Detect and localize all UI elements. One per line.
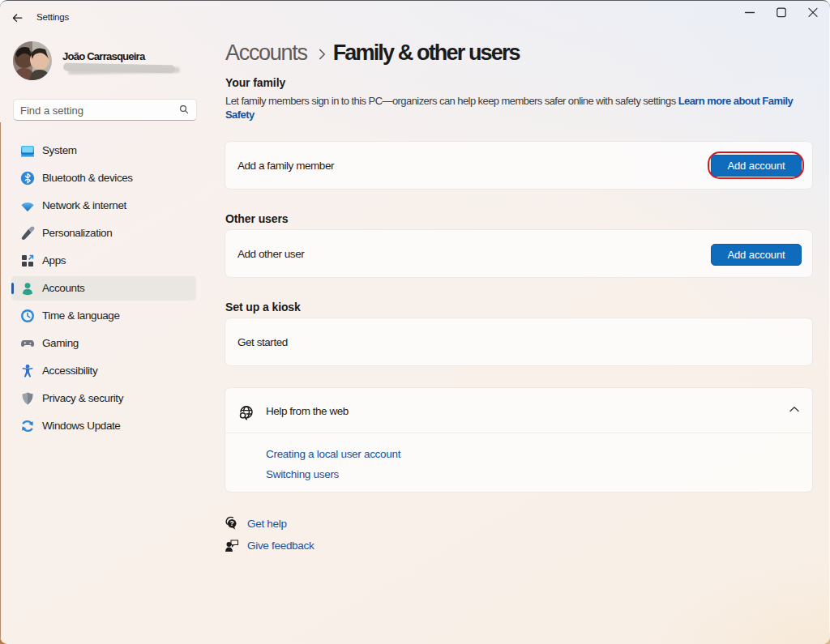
svg-text:?: ? bbox=[230, 519, 234, 527]
